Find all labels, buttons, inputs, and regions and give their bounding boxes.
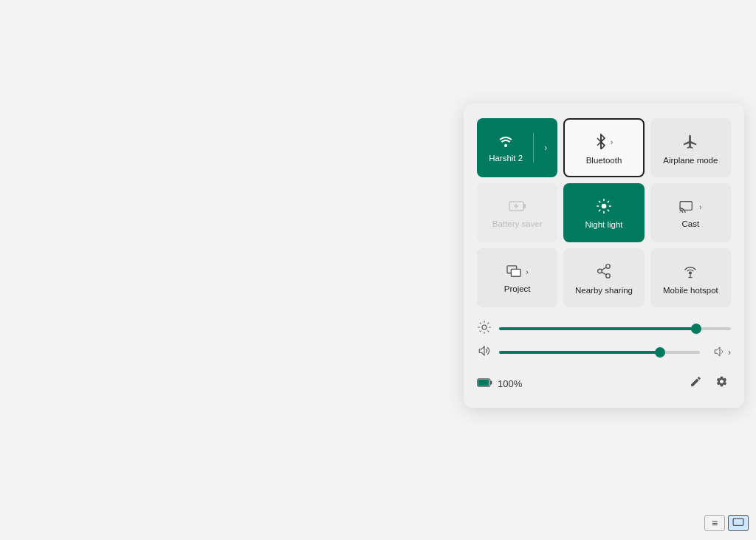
svg-line-36 <box>480 331 481 332</box>
svg-point-21 <box>606 264 611 268</box>
edit-button[interactable] <box>687 372 705 394</box>
settings-button[interactable] <box>712 372 731 394</box>
svg-line-35 <box>488 331 489 332</box>
mobile-hotspot-icon <box>681 263 699 281</box>
svg-line-34 <box>480 323 481 324</box>
battery-saver-icon-area <box>483 199 551 215</box>
brightness-slider[interactable] <box>499 327 731 330</box>
quick-settings-panel: Harshit 2 › › B <box>464 103 744 408</box>
night-light-tile-label: Night light <box>585 220 622 230</box>
project-tile-label: Project <box>504 284 531 295</box>
cast-arrow-icon: › <box>699 202 702 211</box>
volume-icon <box>477 344 492 360</box>
night-light-tile[interactable]: Night light <box>563 183 644 242</box>
svg-rect-39 <box>478 379 489 385</box>
project-tile[interactable]: › Project <box>477 248 557 307</box>
battery-info: 100% <box>477 377 522 390</box>
tile-row-2: Battery saver <box>477 183 731 242</box>
wifi-icon <box>498 135 514 149</box>
battery-saver-icon <box>509 199 526 215</box>
svg-line-37 <box>488 323 489 324</box>
project-icon-area: › <box>483 264 551 280</box>
bottom-bar: 100% <box>477 372 731 394</box>
wifi-icon-area <box>483 135 529 149</box>
mobile-hotspot-icon-area <box>656 263 725 281</box>
svg-point-29 <box>482 325 487 329</box>
battery-saver-tile-label: Battery saver <box>492 219 543 230</box>
taskbar-corner: ≡ <box>704 515 749 531</box>
bluetooth-tile[interactable]: › Bluetooth <box>563 118 644 177</box>
cast-tile[interactable]: › Cast <box>650 183 731 242</box>
svg-point-23 <box>606 273 611 278</box>
battery-icon <box>477 377 493 390</box>
bottom-action-icons <box>687 372 731 394</box>
brightness-icon <box>477 321 492 337</box>
taskbar-list-button[interactable]: ≡ <box>704 515 725 531</box>
cast-icon <box>679 199 695 215</box>
nearby-sharing-tile-label: Nearby sharing <box>575 286 633 296</box>
svg-rect-20 <box>512 269 521 276</box>
mobile-hotspot-tile-label: Mobile hotspot <box>663 286 718 296</box>
bluetooth-arrow-icon: › <box>611 137 614 146</box>
svg-point-0 <box>504 144 507 147</box>
svg-rect-5 <box>523 204 526 208</box>
night-light-icon-area <box>569 199 638 216</box>
svg-line-13 <box>599 201 599 202</box>
airplane-icon <box>682 133 698 151</box>
cast-tile-label: Cast <box>682 219 700 230</box>
brightness-slider-row <box>477 321 731 337</box>
wifi-tile-label: Harshit 2 <box>489 154 523 164</box>
desktop-icon <box>732 518 744 529</box>
project-arrow-icon: › <box>526 267 529 276</box>
airplane-tile[interactable]: Airplane mode <box>650 118 731 177</box>
svg-rect-40 <box>490 380 492 384</box>
tile-row-1: Harshit 2 › › B <box>477 118 731 177</box>
svg-line-25 <box>602 272 606 275</box>
taskbar-desktop-button[interactable] <box>728 515 749 531</box>
wifi-tile[interactable]: Harshit 2 › <box>477 118 557 177</box>
nearby-sharing-icon <box>596 263 612 281</box>
bluetooth-icon <box>595 133 607 151</box>
battery-percent: 100% <box>498 378 522 389</box>
svg-rect-41 <box>733 518 743 524</box>
svg-point-26 <box>689 271 692 274</box>
airplane-tile-label: Airplane mode <box>663 156 718 166</box>
volume-end-controls[interactable]: › <box>713 345 731 360</box>
volume-slider[interactable] <box>499 351 700 354</box>
mobile-hotspot-tile[interactable]: Mobile hotspot <box>650 248 731 307</box>
svg-line-16 <box>608 201 608 202</box>
night-light-icon <box>597 199 611 216</box>
wifi-arrow-btn[interactable]: › <box>534 118 557 177</box>
bluetooth-tile-label: Bluetooth <box>586 156 622 166</box>
nearby-sharing-icon-area <box>569 263 638 281</box>
svg-line-15 <box>599 210 599 211</box>
battery-saver-tile[interactable]: Battery saver <box>477 183 557 242</box>
project-icon <box>506 264 522 280</box>
cast-icon-area: › <box>656 199 725 215</box>
list-icon: ≡ <box>712 517 718 529</box>
nearby-sharing-tile[interactable]: Nearby sharing <box>563 248 644 307</box>
svg-point-22 <box>598 269 602 273</box>
svg-line-14 <box>608 210 608 211</box>
volume-slider-row: › <box>477 344 731 360</box>
volume-arrow-icon[interactable]: › <box>728 347 731 358</box>
volume-chevron-icon <box>713 345 726 360</box>
airplane-icon-area <box>656 133 725 151</box>
tile-row-3: › Project Nearby sharing <box>477 248 731 307</box>
svg-point-8 <box>602 203 607 208</box>
svg-line-24 <box>602 267 606 270</box>
wifi-tile-left[interactable]: Harshit 2 <box>477 125 533 171</box>
bluetooth-icon-area: › <box>571 133 636 151</box>
